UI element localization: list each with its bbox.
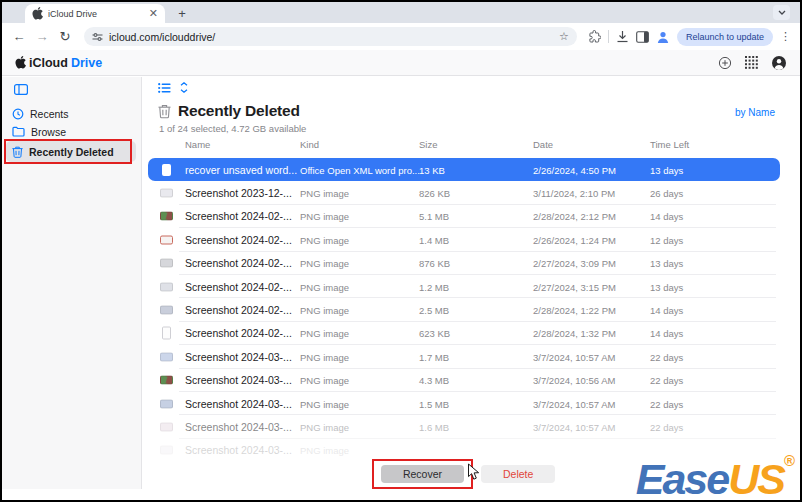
file-date: 3/7/2024, 10:57 AM — [533, 398, 615, 409]
icloud-brand: iCloud Drive — [15, 56, 102, 70]
trash-title-icon — [158, 104, 171, 119]
file-thumbnail-icon — [158, 282, 174, 291]
table-row[interactable]: Screenshot 2024-02-...PNG image876 KB2/2… — [148, 252, 780, 275]
file-name: Screenshot 2024-02-... — [185, 327, 292, 339]
file-thumbnail-icon — [158, 446, 174, 455]
file-time-left: 13 days — [650, 164, 683, 175]
table-row[interactable]: Screenshot 2024-03-...PNG image4.3 MB3/7… — [148, 369, 780, 392]
sidebar-toggle-icon[interactable] — [14, 84, 28, 95]
delete-button[interactable]: Delete — [481, 465, 555, 483]
column-header-date[interactable]: Date — [533, 139, 553, 150]
easeus-logo-blue: Ease — [636, 455, 728, 500]
file-name: Screenshot 2024-02-... — [185, 281, 292, 293]
file-kind: PNG image — [300, 421, 349, 432]
file-size: 2.5 MB — [419, 305, 449, 316]
file-name: Screenshot 2024-03-... — [185, 398, 292, 410]
side-panel-icon[interactable] — [636, 31, 649, 43]
file-name: Screenshot 2024-02-... — [185, 210, 292, 222]
sort-order-icon[interactable] — [180, 82, 188, 93]
column-header-kind[interactable]: Kind — [300, 139, 319, 150]
list-view-icon[interactable] — [158, 83, 171, 93]
table-row[interactable]: Screenshot 2023-12-...PNG image826 KB3/1… — [148, 181, 780, 204]
file-time-left: 22 days — [650, 375, 683, 386]
tab-close-icon[interactable]: ✕ — [149, 8, 158, 19]
forward-button[interactable]: → — [34, 30, 50, 43]
easeus-watermark: EaseUS® — [636, 452, 795, 500]
new-tab-button[interactable]: + — [174, 5, 190, 21]
file-name: Screenshot 2024-03-... — [185, 374, 292, 386]
recover-button[interactable]: Recover — [381, 465, 464, 483]
column-header-name[interactable]: Name — [185, 139, 210, 150]
file-table: recover unsaved word...Office Open XML w… — [148, 158, 780, 462]
file-kind: PNG image — [300, 398, 349, 409]
file-thumbnail-icon — [158, 235, 174, 244]
account-avatar-icon[interactable] — [771, 55, 787, 71]
registered-trademark-icon: ® — [784, 452, 795, 469]
file-size: 826 KB — [419, 188, 450, 199]
download-icon[interactable] — [616, 30, 629, 43]
apple-favicon-icon — [32, 7, 43, 20]
table-row[interactable]: recover unsaved word...Office Open XML w… — [148, 158, 780, 181]
table-row[interactable]: Screenshot 2024-03-...PNG image1.6 MB3/7… — [148, 415, 780, 438]
file-date: 3/7/2024, 10:56 AM — [533, 375, 615, 386]
file-kind: PNG image — [300, 258, 349, 269]
relaunch-to-update-button[interactable]: Relaunch to update — [677, 28, 773, 46]
screenshot-root: { "browser": { "tab_title": "iCloud Driv… — [0, 0, 802, 502]
table-row[interactable]: Screenshot 2024-02-...PNG image1.4 MB2/2… — [148, 228, 780, 251]
file-time-left: 13 days — [650, 281, 683, 292]
app-grid-icon[interactable] — [745, 56, 758, 69]
create-new-icon[interactable] — [718, 56, 732, 70]
file-name: Screenshot 2024-02-... — [185, 304, 292, 316]
table-row[interactable]: Screenshot 2024-03-...PNG image1.7 MB3/7… — [148, 345, 780, 368]
file-size: 13 KB — [419, 164, 445, 175]
file-kind: PNG image — [300, 211, 349, 222]
column-header-time-left[interactable]: Time Left — [650, 139, 689, 150]
brand-icloud: iCloud — [29, 56, 68, 70]
table-row[interactable]: Screenshot 2024-02-...PNG image5.1 MB2/2… — [148, 205, 780, 228]
file-time-left: 13 days — [650, 258, 683, 269]
file-size: 4.3 MB — [419, 375, 449, 386]
file-time-left: 22 days — [650, 421, 683, 432]
file-thumbnail-icon — [158, 422, 174, 431]
profile-avatar-icon[interactable] — [656, 30, 670, 44]
file-date: 3/7/2024, 10:57 AM — [533, 421, 615, 432]
icloud-header: iCloud Drive — [2, 50, 800, 76]
apple-logo-icon — [15, 56, 26, 69]
tab-search-chevron-icon[interactable] — [773, 5, 790, 20]
browser-menu-icon[interactable]: ⋮ — [780, 30, 791, 43]
table-row[interactable]: Screenshot 2024-02-...PNG image623 KB2/2… — [148, 322, 780, 345]
table-row[interactable]: Screenshot 2024-02-...PNG image1.2 MB2/2… — [148, 275, 780, 298]
column-header-size[interactable]: Size — [419, 139, 437, 150]
address-bar[interactable]: icloud.com/iclouddrive/ ☆ — [84, 27, 577, 46]
folder-icon — [12, 126, 25, 137]
sidebar-item-recents[interactable]: Recents — [6, 105, 136, 122]
toolbar-divider — [608, 30, 609, 43]
file-name: Screenshot 2024-03-... — [185, 421, 292, 433]
bookmark-star-icon[interactable]: ☆ — [559, 30, 569, 43]
site-settings-icon[interactable] — [92, 32, 103, 42]
table-row[interactable]: Screenshot 2024-03-...PNG image1.5 MB3/7… — [148, 392, 780, 415]
url-text[interactable]: icloud.com/iclouddrive/ — [109, 31, 553, 43]
file-name: Screenshot 2023-12-... — [185, 187, 292, 199]
reload-button[interactable]: ↻ — [57, 30, 73, 43]
sidebar-item-browse[interactable]: Browse — [6, 123, 136, 140]
file-size: 1.4 MB — [419, 234, 449, 245]
browser-tab[interactable]: iCloud Drive ✕ — [25, 4, 165, 23]
file-name: Screenshot 2024-02-... — [185, 257, 292, 269]
extensions-icon[interactable] — [588, 30, 601, 43]
sidebar-item-recently-deleted[interactable]: Recently Deleted — [6, 141, 136, 162]
file-thumbnail-icon — [158, 212, 174, 221]
back-button[interactable]: ← — [11, 30, 27, 43]
file-date: 3/7/2024, 10:57 AM — [533, 351, 615, 362]
file-size: 1.7 MB — [419, 351, 449, 362]
sidebar-item-label: Browse — [31, 126, 66, 138]
file-date: 2/27/2024, 3:15 PM — [533, 281, 616, 292]
file-time-left: 14 days — [650, 328, 683, 339]
trash-icon — [12, 146, 23, 158]
brand-drive: Drive — [71, 56, 102, 70]
file-kind: PNG image — [300, 234, 349, 245]
file-kind: PNG image — [300, 328, 349, 339]
sort-by-name-button[interactable]: by Name — [735, 107, 775, 118]
file-time-left: 14 days — [650, 305, 683, 316]
table-row[interactable]: Screenshot 2024-02-...PNG image2.5 MB2/2… — [148, 298, 780, 321]
